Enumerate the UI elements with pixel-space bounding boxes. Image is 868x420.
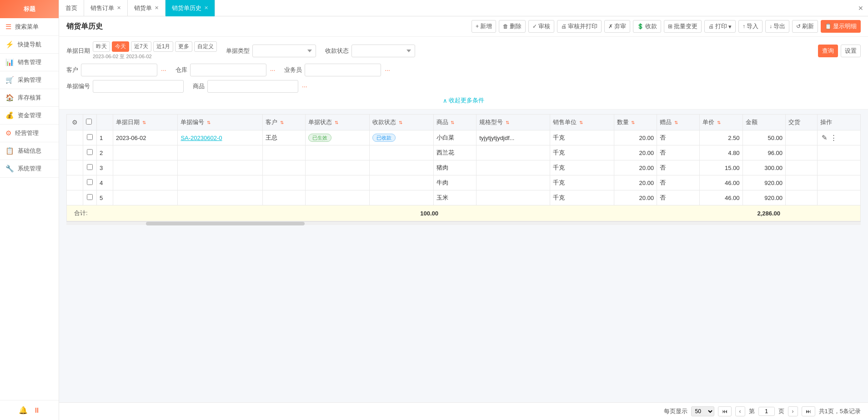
date-1month-btn[interactable]: 近1月 [153, 41, 174, 52]
import-button[interactable]: ↑ 导入 [738, 20, 763, 33]
import-icon: ↑ [743, 23, 745, 30]
doc-type-select[interactable] [252, 45, 316, 57]
row-checkbox[interactable] [87, 194, 93, 200]
date-label: 单据日期 [66, 47, 90, 55]
collect-status-select[interactable] [351, 45, 415, 57]
audit-button[interactable]: ✓ 审核 [528, 20, 554, 33]
first-page-button[interactable]: ⏮ [718, 406, 732, 416]
sidebar-item-search-menu[interactable]: ☰ 搜索菜单 [0, 18, 59, 36]
customer-dots-icon[interactable]: ··· [161, 66, 166, 74]
show-detail-button[interactable]: 📋 显示明细 [821, 20, 861, 33]
tab-sales-delivery[interactable]: 销货单 ✕ [128, 0, 166, 16]
col-product[interactable]: 商品 ⇅ [433, 115, 476, 130]
col-customer-label: 客户 [266, 119, 277, 125]
row-checkbox[interactable] [87, 149, 93, 155]
row-doc-number [178, 175, 262, 190]
current-page-input[interactable] [758, 407, 775, 416]
close-sales-delivery-icon[interactable]: ✕ [155, 5, 159, 11]
sidebar-item-quick-nav[interactable]: ⚡ 快捷导航 [0, 36, 59, 54]
close-sales-order-icon[interactable]: ✕ [117, 5, 121, 11]
sidebar-item-purchase-mgmt[interactable]: 🛒 采购管理 [0, 71, 59, 89]
sidebar-item-ops-mgmt[interactable]: ⚙ 经营管理 [0, 125, 59, 142]
salesperson-dots-icon[interactable]: ··· [385, 66, 390, 74]
salesperson-input[interactable] [305, 64, 381, 76]
print-button[interactable]: 🖨 打印 ▾ [704, 20, 736, 33]
tab-sales-order[interactable]: 销售订单 ✕ [84, 0, 128, 16]
toolbar: + 新增 🗑 删除 ✓ 审核 🖨 审核并打印 ✗ 弃审 💲 收款 [472, 20, 861, 33]
salesperson-label: 业务员 [284, 66, 302, 74]
col-unit[interactable]: 销售单位 ⇅ [550, 115, 614, 130]
date-shortcuts: 昨天 今天 近7天 近1月 更多 自定义 [93, 41, 217, 52]
col-gear[interactable]: ⚙ [67, 115, 83, 130]
product-dots-icon[interactable]: ··· [302, 83, 307, 90]
more-action-icon[interactable]: ⋮ [829, 134, 838, 141]
delete-button[interactable]: 🗑 删除 [499, 20, 526, 33]
abandon-button[interactable]: ✗ 弃审 [604, 20, 630, 33]
product-input[interactable] [207, 80, 298, 93]
query-button[interactable]: 查询 [818, 45, 838, 57]
sidebar-item-sales-mgmt[interactable]: 📊 销售管理 [0, 54, 59, 71]
warehouse-dots-icon[interactable]: ··· [270, 66, 276, 74]
scrollbar-thumb[interactable] [146, 222, 305, 225]
row-checkbox[interactable] [87, 164, 93, 170]
row-checkbox-cell[interactable] [83, 145, 97, 160]
pause-icon[interactable]: ⏸ [33, 406, 40, 415]
horizontal-scrollbar[interactable] [66, 221, 861, 225]
filter-group-doc-number: 单据编号 [66, 80, 184, 93]
row-checkbox-cell[interactable] [83, 160, 97, 175]
close-all-tabs-icon[interactable]: ✕ [858, 5, 863, 12]
collect-button[interactable]: 💲 收款 [633, 20, 661, 33]
close-sales-history-icon[interactable]: ✕ [204, 5, 208, 11]
refresh-button[interactable]: ↺ 刷新 [792, 20, 818, 33]
date-yesterday-btn[interactable]: 昨天 [93, 41, 110, 52]
col-doc-status[interactable]: 单据状态 ⇅ [306, 115, 370, 130]
row-checkbox[interactable] [87, 179, 93, 185]
col-doc-number[interactable]: 单据编号 ⇅ [178, 115, 262, 130]
date-7days-btn[interactable]: 近7天 [131, 41, 151, 52]
customer-input[interactable] [81, 64, 157, 76]
tab-sales-history[interactable]: 销货单历史 ✕ [166, 0, 215, 16]
row-unit-price: 4.80 [700, 145, 743, 160]
row-doc-number[interactable]: SA-20230602-0 [178, 130, 262, 145]
select-all-checkbox[interactable] [86, 119, 92, 125]
notification-icon[interactable]: 🔔 [19, 406, 28, 415]
row-gift: 否 [657, 130, 700, 145]
collapse-filter-button[interactable]: ∧ 收起更多条件 [66, 96, 861, 105]
audit-icon: ✓ [532, 23, 537, 30]
col-collect-status[interactable]: 收款状态 ⇅ [370, 115, 434, 130]
table-gear-icon[interactable]: ⚙ [72, 119, 78, 126]
export-button[interactable]: ↓ 导出 [765, 20, 789, 33]
doc-number-input[interactable] [93, 80, 184, 93]
date-custom-btn[interactable]: 自定义 [194, 41, 217, 52]
warehouse-input[interactable] [190, 64, 266, 76]
row-checkbox-cell[interactable] [83, 175, 97, 190]
setting-button[interactable]: 设置 [841, 45, 861, 57]
sidebar-item-basic-info[interactable]: 📋 基础信息 [0, 142, 59, 160]
tab-home[interactable]: 首页 [59, 0, 84, 16]
date-today-btn[interactable]: 今天 [112, 41, 129, 52]
col-doc-date[interactable]: 单据日期 ⇅ [113, 115, 178, 130]
next-page-button[interactable]: › [788, 406, 798, 416]
doc-number-link[interactable]: SA-20230602-0 [181, 135, 222, 141]
last-page-button[interactable]: ⏭ [802, 406, 815, 416]
row-checkbox[interactable] [87, 134, 93, 140]
audit-print-button[interactable]: 🖨 审核并打印 [557, 20, 602, 33]
per-page-select[interactable]: 50 100 [691, 406, 714, 416]
export-icon: ↓ [769, 23, 772, 30]
row-checkbox-cell[interactable] [83, 190, 97, 205]
col-qty[interactable]: 数量 ⇅ [614, 115, 657, 130]
col-spec[interactable]: 规格型号 ⇅ [477, 115, 550, 130]
tabs-bar: 首页 销售订单 ✕ 销货单 ✕ 销货单历史 ✕ ✕ [59, 0, 868, 16]
prev-page-button[interactable]: ‹ [735, 406, 745, 416]
sidebar-item-sys-mgmt[interactable]: 🔧 系统管理 [0, 160, 59, 178]
col-customer[interactable]: 客户 ⇅ [262, 115, 305, 130]
sidebar-item-capital-mgmt[interactable]: 💰 资金管理 [0, 107, 59, 125]
col-unit-price[interactable]: 单价 ⇅ [700, 115, 743, 130]
date-more-btn[interactable]: 更多 [175, 41, 192, 52]
batch-change-button[interactable]: ⊞ 批量变更 [664, 20, 702, 33]
col-gift[interactable]: 赠品 ⇅ [657, 115, 700, 130]
edit-action-icon[interactable]: ✎ [820, 134, 829, 141]
sidebar-item-inventory[interactable]: 🏠 库存核算 [0, 89, 59, 107]
add-button[interactable]: + 新增 [472, 20, 496, 33]
row-checkbox-cell[interactable] [83, 130, 97, 145]
